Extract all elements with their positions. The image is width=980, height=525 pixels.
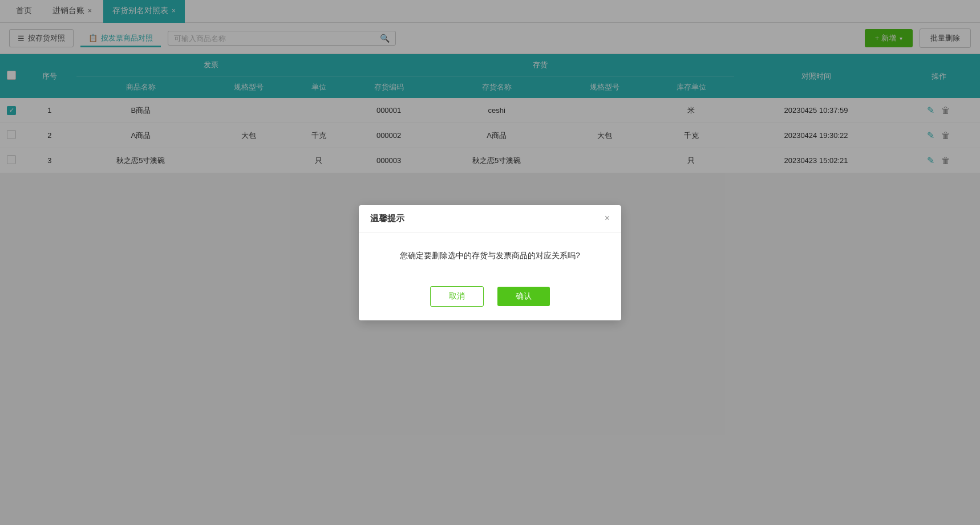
overlay: 温馨提示 × 您确定要删除选中的存货与发票商品的对应关系吗? 取消 确认 [0, 0, 980, 173]
